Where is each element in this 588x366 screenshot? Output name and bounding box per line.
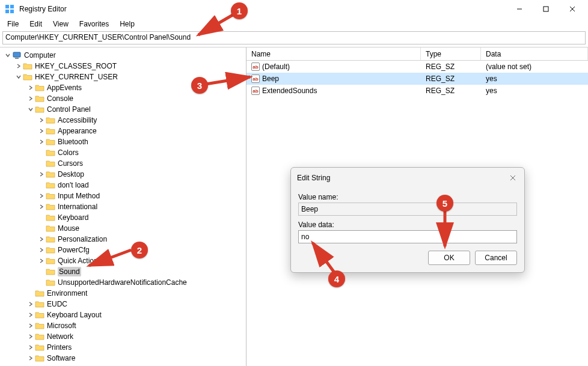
- tree-node-colors[interactable]: Colors: [2, 147, 246, 158]
- tree-node-label: Microsoft: [47, 322, 76, 330]
- ok-button[interactable]: OK: [428, 251, 470, 265]
- menu-help[interactable]: Help: [115, 19, 139, 29]
- tree-node-printers[interactable]: Printers: [2, 342, 246, 353]
- tree-node-personalization[interactable]: Personalization: [2, 234, 246, 245]
- tree-node-keyboard-layout[interactable]: Keyboard Layout: [2, 310, 246, 320]
- folder-icon: [35, 343, 44, 352]
- tree-node-bluetooth[interactable]: Bluetooth: [2, 136, 246, 147]
- chevron-right-icon[interactable]: [37, 138, 46, 146]
- tree-node-sound[interactable]: Sound: [2, 266, 246, 277]
- tree-node-hkey-classes-root[interactable]: HKEY_CLASSES_ROOT: [2, 61, 246, 72]
- tree-node-label: UnsupportedHardwareNotificationCache: [58, 278, 187, 287]
- tree-node-appearance[interactable]: Appearance: [2, 126, 246, 136]
- chevron-right-icon[interactable]: [26, 311, 35, 319]
- tree-node-console[interactable]: Console: [2, 93, 246, 104]
- chevron-right-icon[interactable]: [26, 84, 35, 92]
- col-header-name[interactable]: Name: [247, 47, 421, 60]
- chevron-right-icon[interactable]: [26, 343, 35, 352]
- minimize-button[interactable]: [506, 0, 533, 18]
- chevron-right-icon[interactable]: [37, 246, 46, 254]
- folder-icon: [46, 256, 55, 266]
- col-header-data[interactable]: Data: [481, 47, 588, 60]
- folder-icon: [46, 137, 55, 147]
- folder-icon: [23, 72, 32, 82]
- chevron-right-icon[interactable]: [37, 116, 46, 124]
- value-data-input[interactable]: [298, 230, 517, 243]
- chevron-right-icon[interactable]: [37, 235, 46, 243]
- cancel-button[interactable]: Cancel: [475, 251, 517, 265]
- folder-icon: [46, 169, 55, 179]
- tree-node-system[interactable]: System: [2, 364, 246, 366]
- value-type: REG_SZ: [421, 85, 481, 96]
- tree-node-cursors[interactable]: Cursors: [2, 158, 246, 169]
- chevron-right-icon: [37, 267, 46, 276]
- maximize-button[interactable]: [533, 0, 559, 18]
- string-value-icon: ab: [251, 63, 260, 71]
- tree-node-desktop[interactable]: Desktop: [2, 169, 246, 180]
- close-button[interactable]: [559, 0, 586, 18]
- value-type: REG_SZ: [421, 61, 481, 72]
- tree-node-network[interactable]: Network: [2, 331, 246, 342]
- tree-node-accessibility[interactable]: Accessibility: [2, 115, 246, 126]
- tree-node-computer[interactable]: Computer: [2, 50, 246, 61]
- tree-node-don-t-load[interactable]: don't load: [2, 180, 246, 191]
- tree-node-label: Control Panel: [47, 105, 91, 114]
- address-bar[interactable]: Computer\HKEY_CURRENT_USER\Control Panel…: [2, 31, 586, 44]
- dialog-close-button[interactable]: [507, 172, 518, 183]
- folder-icon: [35, 332, 44, 341]
- value-name: ExtendedSounds: [262, 87, 317, 95]
- chevron-right-icon[interactable]: [37, 170, 46, 178]
- chevron-right-icon[interactable]: [37, 192, 46, 200]
- menu-edit[interactable]: Edit: [25, 19, 47, 29]
- chevron-right-icon[interactable]: [26, 332, 35, 341]
- tree-node-mouse[interactable]: Mouse: [2, 223, 246, 234]
- menu-favorites[interactable]: Favorites: [75, 19, 114, 29]
- edit-string-dialog[interactable]: Edit String Value name: Value data: OK C…: [290, 167, 525, 273]
- tree-node-eudc[interactable]: EUDC: [2, 299, 246, 310]
- tree-node-keyboard[interactable]: Keyboard: [2, 212, 246, 223]
- col-header-type[interactable]: Type: [421, 47, 481, 60]
- tree-node-appevents[interactable]: AppEvents: [2, 82, 246, 93]
- tree-node-software[interactable]: Software: [2, 353, 246, 364]
- tree-panel[interactable]: ComputerHKEY_CLASSES_ROOTHKEY_CURRENT_US…: [0, 47, 247, 366]
- value-row[interactable]: abExtendedSoundsREG_SZyes: [247, 85, 588, 97]
- value-row[interactable]: ab(Default)REG_SZ(value not set): [247, 61, 588, 73]
- tree-node-powercfg[interactable]: PowerCfg: [2, 245, 246, 255]
- tree-node-microsoft[interactable]: Microsoft: [2, 320, 246, 331]
- value-data: yes: [481, 73, 588, 84]
- folder-icon: [46, 245, 55, 255]
- chevron-down-icon[interactable]: [4, 51, 12, 59]
- tree-node-label: HKEY_CURRENT_USER: [35, 73, 118, 81]
- value-name-input[interactable]: [298, 203, 517, 216]
- chevron-right-icon[interactable]: [37, 203, 46, 211]
- string-value-icon: ab: [251, 75, 260, 83]
- tree-node-international[interactable]: International: [2, 201, 246, 212]
- chevron-right-icon[interactable]: [14, 62, 23, 70]
- tree-node-hkey-current-user[interactable]: HKEY_CURRENT_USER: [2, 72, 246, 82]
- value-data: yes: [481, 85, 588, 96]
- chevron-right-icon[interactable]: [26, 300, 35, 308]
- menu-view[interactable]: View: [48, 19, 73, 29]
- chevron-right-icon[interactable]: [26, 354, 35, 362]
- tree-node-label: Console: [47, 94, 73, 103]
- chevron-down-icon[interactable]: [26, 105, 35, 114]
- tree-node-input-method[interactable]: Input Method: [2, 191, 246, 201]
- chevron-right-icon[interactable]: [37, 257, 46, 265]
- tree-node-unsupportedhardwarenotificationcache[interactable]: UnsupportedHardwareNotificationCache: [2, 277, 246, 288]
- tree-node-control-panel[interactable]: Control Panel: [2, 104, 246, 115]
- tree-node-environment[interactable]: Environment: [2, 288, 246, 299]
- folder-icon: [46, 148, 55, 157]
- value-row[interactable]: abBeepREG_SZyes: [247, 73, 588, 85]
- tree-node-label: Appearance: [58, 127, 97, 135]
- tree-node-quick-actions[interactable]: Quick Actions: [2, 255, 246, 266]
- chevron-right-icon[interactable]: [37, 127, 46, 135]
- svg-rect-9: [15, 58, 19, 59]
- folder-icon: [35, 310, 44, 320]
- menu-file[interactable]: File: [2, 19, 23, 29]
- chevron-right-icon[interactable]: [26, 322, 35, 330]
- svg-rect-8: [13, 52, 20, 57]
- folder-icon: [23, 61, 32, 71]
- chevron-right-icon[interactable]: [26, 94, 35, 103]
- chevron-down-icon[interactable]: [14, 73, 23, 81]
- tree-node-label: Desktop: [58, 170, 84, 178]
